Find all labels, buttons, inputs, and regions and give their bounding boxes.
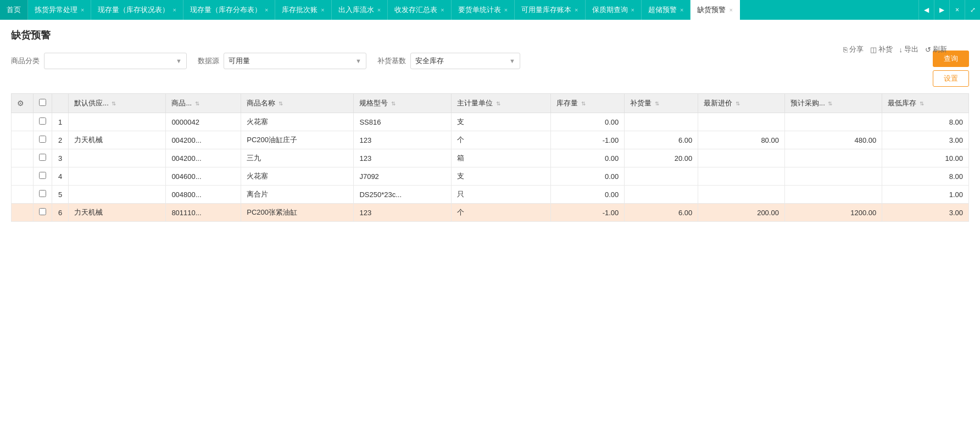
nav-tab-5-label: 出入库流水 bbox=[338, 5, 374, 15]
row-settings-cell bbox=[12, 167, 34, 186]
refresh-icon: ↺ bbox=[925, 46, 931, 54]
nav-tab-7-close[interactable]: × bbox=[504, 7, 508, 13]
export-action[interactable]: ↓ 导出 bbox=[899, 44, 919, 54]
select-all-checkbox[interactable] bbox=[39, 99, 46, 106]
row-stock: 0.00 bbox=[551, 167, 625, 186]
nav-tab-10-close[interactable]: × bbox=[680, 7, 683, 13]
th-replenish-qty[interactable]: 补货量 ⇅ bbox=[625, 94, 698, 113]
nav-tab-6-close[interactable]: × bbox=[441, 7, 444, 13]
th-est-purchase-sort-icon: ⇅ bbox=[828, 100, 832, 107]
th-unit-sort-icon: ⇅ bbox=[496, 100, 500, 107]
row-min-stock: 10.00 bbox=[882, 149, 969, 167]
th-replenish-qty-sort-icon: ⇅ bbox=[655, 100, 659, 107]
settings-gear-icon[interactable]: ⚙ bbox=[17, 99, 24, 108]
row-supplier bbox=[69, 113, 166, 131]
nav-tab-9-close[interactable]: × bbox=[631, 7, 634, 13]
nav-tab-1-close[interactable]: × bbox=[81, 7, 84, 13]
share-action[interactable]: ⎘ 分享 bbox=[843, 44, 864, 54]
row-checkbox-cell[interactable] bbox=[34, 167, 52, 186]
nav-tab-8[interactable]: 可用量库存账本 × bbox=[515, 0, 585, 20]
nav-tab-11-label: 缺货预警 bbox=[697, 5, 726, 15]
row-latest-price bbox=[698, 113, 785, 131]
nav-tab-7[interactable]: 要货单统计表 × bbox=[452, 0, 515, 20]
nav-tab-4[interactable]: 库存批次账 × bbox=[275, 0, 331, 20]
th-est-purchase[interactable]: 预计采购... ⇅ bbox=[784, 94, 882, 113]
row-latest-price bbox=[698, 149, 785, 167]
row-est-purchase: 1200.00 bbox=[784, 204, 882, 222]
row-min-stock: 8.00 bbox=[882, 113, 969, 131]
nav-tab-2[interactable]: 现存量（库存状况表） × bbox=[91, 0, 183, 20]
th-index bbox=[52, 94, 69, 113]
nav-tab-11[interactable]: 缺货预警 × bbox=[691, 0, 739, 20]
nav-tab-3-label: 现存量（库存分布表） bbox=[190, 5, 261, 15]
top-nav: 首页 拣货异常处理 × 现存量（库存状况表） × 现存量（库存分布表） × 库存… bbox=[0, 0, 980, 20]
replenish-icon: ◫ bbox=[870, 46, 877, 54]
row-checkbox-4[interactable] bbox=[39, 190, 46, 197]
nav-tab-6[interactable]: 收发存汇总表 × bbox=[388, 0, 451, 20]
row-unit: 支 bbox=[452, 167, 551, 186]
th-supplier-label: 默认供应... bbox=[74, 99, 109, 107]
row-checkbox-0[interactable] bbox=[39, 117, 46, 125]
nav-tab-9[interactable]: 保质期查询 × bbox=[586, 0, 642, 20]
row-settings-cell bbox=[12, 113, 34, 131]
nav-prev-button[interactable]: ◀ bbox=[918, 0, 934, 20]
nav-tab-home[interactable]: 首页 bbox=[0, 0, 28, 20]
row-checkbox-cell[interactable] bbox=[34, 186, 52, 204]
nav-tab-5[interactable]: 出入库流水 × bbox=[332, 0, 388, 20]
replenish-label: 补货 bbox=[878, 44, 893, 54]
nav-tab-11-close[interactable]: × bbox=[729, 7, 732, 13]
row-product-name: 三九 bbox=[241, 149, 354, 167]
th-unit[interactable]: 主计量单位 ⇅ bbox=[452, 94, 551, 113]
datasource-filter-group: 数据源 可用量 ▼ bbox=[198, 53, 366, 69]
th-product-name-label: 商品名称 bbox=[247, 99, 275, 107]
table-row: 2 力天机械 004200... PC200油缸庄子 123 个 -1.00 6… bbox=[12, 131, 969, 149]
nav-tab-4-close[interactable]: × bbox=[321, 7, 324, 13]
row-replenish-qty: 6.00 bbox=[625, 204, 698, 222]
nav-expand-button[interactable]: ⤢ bbox=[965, 0, 980, 20]
nav-tab-10[interactable]: 超储预警 × bbox=[642, 0, 691, 20]
nav-tab-5-close[interactable]: × bbox=[377, 7, 381, 13]
replenish-base-select[interactable]: 安全库存 ▼ bbox=[410, 53, 520, 69]
nav-tab-10-label: 超储预警 bbox=[648, 5, 677, 15]
th-supplier[interactable]: 默认供应... ⇅ bbox=[69, 94, 166, 113]
nav-tab-3-close[interactable]: × bbox=[265, 7, 268, 13]
row-checkbox-3[interactable] bbox=[39, 172, 46, 179]
row-checkbox-5[interactable] bbox=[39, 208, 46, 215]
th-stock[interactable]: 库存量 ⇅ bbox=[551, 94, 625, 113]
nav-next-button[interactable]: ▶ bbox=[934, 0, 949, 20]
row-product-code: 004800... bbox=[166, 186, 241, 204]
row-stock: 0.00 bbox=[551, 113, 625, 131]
th-product-code[interactable]: 商品... ⇅ bbox=[166, 94, 241, 113]
refresh-action[interactable]: ↺ 刷新 bbox=[925, 44, 947, 54]
th-latest-price[interactable]: 最新进价 ⇅ bbox=[698, 94, 785, 113]
row-min-stock: 1.00 bbox=[882, 186, 969, 204]
nav-tab-2-close[interactable]: × bbox=[172, 7, 176, 13]
row-checkbox-1[interactable] bbox=[39, 136, 46, 143]
nav-tab-2-label: 现存量（库存状况表） bbox=[98, 5, 169, 15]
datasource-select[interactable]: 可用量 ▼ bbox=[224, 53, 366, 69]
nav-close-button[interactable]: × bbox=[949, 0, 965, 20]
nav-tab-3[interactable]: 现存量（库存分布表） × bbox=[183, 0, 275, 20]
nav-tab-1[interactable]: 拣货异常处理 × bbox=[28, 0, 91, 20]
row-replenish-qty bbox=[625, 186, 698, 204]
row-checkbox-cell[interactable] bbox=[34, 113, 52, 131]
row-min-stock: 8.00 bbox=[882, 167, 969, 186]
th-product-name[interactable]: 商品名称 ⇅ bbox=[241, 94, 354, 113]
row-checkbox-cell[interactable] bbox=[34, 131, 52, 149]
th-settings[interactable]: ⚙ bbox=[12, 94, 34, 113]
th-supplier-sort-icon: ⇅ bbox=[112, 100, 116, 107]
row-checkbox-2[interactable] bbox=[39, 154, 46, 161]
settings-button[interactable]: 设置 bbox=[933, 70, 969, 87]
nav-tab-8-label: 可用量库存账本 bbox=[521, 5, 571, 15]
th-min-stock[interactable]: 最低库存 ⇅ bbox=[882, 94, 969, 113]
th-min-stock-label: 最低库存 bbox=[888, 99, 916, 107]
main-content: 缺货预警 ⎘ 分享 ◫ 补货 ↓ 导出 ↺ 刷新 商品分类 ▼ bbox=[0, 20, 980, 437]
replenish-action[interactable]: ◫ 补货 bbox=[870, 44, 893, 54]
table-row: 5 004800... 离合片 DS250*23c... 只 0.00 1.00 bbox=[12, 186, 969, 204]
row-checkbox-cell[interactable] bbox=[34, 149, 52, 167]
nav-tab-8-close[interactable]: × bbox=[575, 7, 578, 13]
row-checkbox-cell[interactable] bbox=[34, 204, 52, 222]
row-supplier: 力天机械 bbox=[69, 131, 166, 149]
category-select[interactable]: ▼ bbox=[44, 53, 187, 69]
th-spec[interactable]: 规格型号 ⇅ bbox=[354, 94, 452, 113]
